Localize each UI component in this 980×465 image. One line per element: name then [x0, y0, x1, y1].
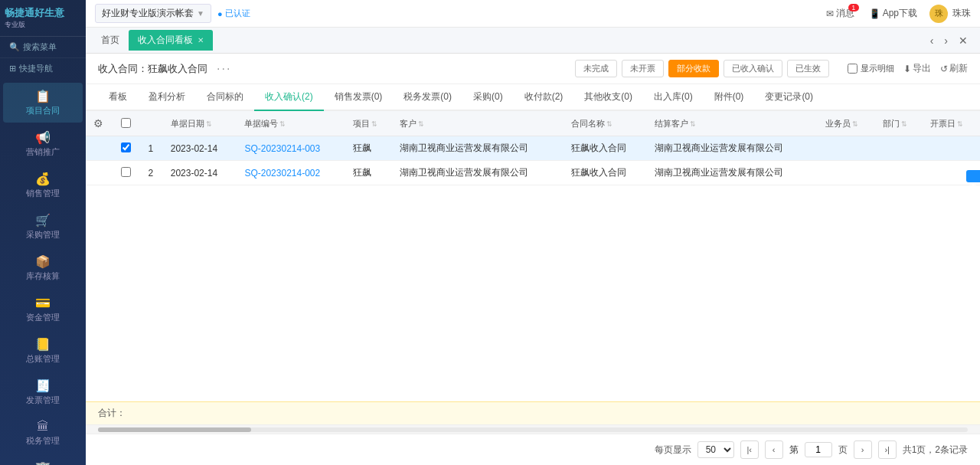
show-detail-checkbox[interactable]: [848, 64, 858, 74]
refresh-button[interactable]: ↺ 刷新: [940, 62, 968, 75]
next-page-button[interactable]: ›: [854, 440, 872, 459]
sidebar-item-sales[interactable]: 💰 销售管理: [3, 165, 83, 205]
td-result-customer-2: 湖南卫视商业运营发展有限公司: [647, 161, 818, 185]
sidebar-item-label: 销售管理: [26, 188, 60, 199]
status-not-invoiced-button[interactable]: 未开票: [622, 60, 664, 77]
prev-tab-button[interactable]: ‹: [927, 33, 937, 48]
doc-link-1[interactable]: SQ-20230214-003: [244, 143, 320, 154]
td-customer-1: 湖南卫视商业运营发展有限公司: [392, 136, 563, 161]
th-contract[interactable]: 合同名称⇅: [564, 111, 647, 136]
sidebar-item-inventory[interactable]: 📦 库存核算: [3, 248, 83, 288]
tab-tax-invoice[interactable]: 税务发票(0): [393, 84, 462, 111]
th-open-date[interactable]: 开票日⇅: [923, 111, 980, 136]
contract-board-tab[interactable]: 收入合同看板 ✕: [129, 30, 213, 51]
last-page-button[interactable]: ›|: [878, 440, 897, 459]
tab-contract-items[interactable]: 合同标的: [196, 84, 254, 111]
td-open-date-1: [923, 136, 980, 161]
logo-sub: 专业版: [5, 20, 81, 30]
message-button[interactable]: ✉ 1 消息: [824, 7, 854, 20]
sidebar-item-purchase[interactable]: 🛒 采购管理: [3, 207, 83, 247]
sidebar-item-marketing[interactable]: 📢 营销推广: [3, 124, 83, 164]
th-result-customer[interactable]: 结算客户⇅: [647, 111, 818, 136]
data-table: ⚙ 单据日期⇅ 单据编号⇅: [86, 111, 980, 185]
company-selector[interactable]: 好业财专业版演示帐套 ▼: [95, 4, 211, 23]
th-customer[interactable]: 客户⇅: [392, 111, 563, 136]
show-detail-checkbox-area[interactable]: 显示明细: [848, 63, 894, 74]
td-number-2[interactable]: SQ-20230214-002: [237, 161, 345, 185]
horizontal-scrollbar[interactable]: [86, 424, 980, 434]
status-effective-button[interactable]: 已生效: [787, 60, 829, 77]
note-side-button[interactable]: 备注: [966, 170, 980, 182]
row-checkbox-1[interactable]: [121, 142, 131, 152]
th-row-num: [139, 111, 163, 136]
app-download-button[interactable]: 📱 App下载: [867, 7, 917, 20]
page-total-label: 共1页，2条记录: [903, 444, 968, 457]
tab-change-log[interactable]: 变更记录(0): [754, 84, 824, 111]
user-menu[interactable]: 珠 珠珠: [929, 5, 971, 23]
td-number-1[interactable]: SQ-20230214-003: [237, 136, 345, 161]
prev-page-button[interactable]: ‹: [765, 440, 783, 459]
refresh-icon: ↺: [940, 64, 948, 74]
th-dept[interactable]: 部门⇅: [875, 111, 923, 136]
page-size-select[interactable]: 50: [697, 441, 734, 458]
app-download-label: App下载: [883, 7, 917, 20]
sidebar-item-funds[interactable]: 💳 资金管理: [3, 290, 83, 329]
topbar-left: 好业财专业版演示帐套 ▼ 已认证: [95, 4, 250, 23]
page-number-input[interactable]: [805, 442, 832, 457]
first-page-button[interactable]: |‹: [740, 440, 759, 459]
tab-sales-invoice[interactable]: 销售发票(0): [324, 84, 394, 111]
sidebar-item-invoice[interactable]: 🧾 发票管理: [3, 372, 83, 412]
search-icon: 🔍: [9, 42, 20, 52]
sidebar-item-assets[interactable]: 🏢 固定资产: [3, 454, 83, 465]
tab-in-out-storage[interactable]: 出入库(0): [643, 84, 704, 111]
chevron-down-icon: ▼: [197, 9, 204, 18]
settings-icon[interactable]: ⚙: [93, 117, 103, 129]
content-wrapper: 收入合同：狂飙收入合同 ··· 未完成 未开票 部分收款 已收入确认 已生效 显…: [86, 54, 980, 465]
search-menu-button[interactable]: 🔍 搜索菜单: [0, 37, 86, 58]
certified-badge: 已认证: [217, 8, 250, 19]
select-all-checkbox[interactable]: [121, 118, 131, 128]
scrollbar-track[interactable]: [98, 427, 968, 432]
scrollbar-thumb[interactable]: [98, 427, 251, 432]
th-number[interactable]: 单据编号⇅: [237, 111, 345, 136]
doc-link-2[interactable]: SQ-20230214-002: [244, 168, 320, 178]
table-area: ⚙ 单据日期⇅ 单据编号⇅: [86, 111, 980, 401]
td-settings-2: [86, 161, 113, 185]
close-tab-button[interactable]: ✕: [956, 33, 971, 48]
tab-payment[interactable]: 收付款(2): [514, 84, 574, 111]
close-tab-icon[interactable]: ✕: [198, 36, 204, 44]
home-tab[interactable]: 首页: [95, 31, 126, 50]
avatar: 珠: [929, 5, 948, 23]
status-partial-payment-button[interactable]: 部分收款: [668, 60, 719, 77]
tab-other-income[interactable]: 其他收支(0): [573, 84, 643, 111]
sidebar-item-label: 营销推广: [26, 146, 60, 158]
tab-profit[interactable]: 盈利分析: [138, 84, 196, 111]
sidebar-item-tax[interactable]: 🏛 税务管理: [3, 414, 83, 453]
tab-kanban[interactable]: 看板: [98, 84, 138, 111]
status-income-confirmed-button[interactable]: 已收入确认: [724, 60, 782, 77]
more-options-button[interactable]: ···: [217, 62, 231, 76]
td-checkbox-1[interactable]: [113, 136, 139, 161]
inventory-icon: 📦: [35, 254, 51, 269]
table-header-row: ⚙ 单据日期⇅ 单据编号⇅: [86, 111, 980, 136]
th-checkbox: [113, 111, 139, 136]
status-not-done-button[interactable]: 未完成: [575, 60, 617, 77]
invoice-icon: 🧾: [35, 378, 51, 393]
sidebar-item-general[interactable]: 📒 总账管理: [3, 331, 83, 371]
th-project[interactable]: 项目⇅: [345, 111, 393, 136]
quicknav-button[interactable]: ⊞ 快捷导航: [0, 58, 86, 79]
td-checkbox-2[interactable]: [113, 161, 139, 185]
tab-attachment[interactable]: 附件(0): [704, 84, 755, 111]
tab-purchase[interactable]: 采购(0): [462, 84, 514, 111]
th-date[interactable]: 单据日期⇅: [163, 111, 237, 136]
next-tab-button[interactable]: ›: [941, 33, 951, 48]
message-badge: 1: [848, 4, 859, 11]
table-row[interactable]: 1 2023-02-14 SQ-20230214-003 狂飙 湖南卫视商业运营…: [86, 136, 980, 161]
sidebar-item-project[interactable]: 📋 项目合同: [3, 83, 83, 123]
table-row[interactable]: 2 2023-02-14 SQ-20230214-002 狂飙 湖南卫视商业运营…: [86, 161, 980, 185]
sort-icon-salesperson: ⇅: [852, 120, 858, 128]
export-button[interactable]: ⬇ 导出: [903, 62, 931, 75]
tab-income-confirm[interactable]: 收入确认(2): [254, 84, 324, 111]
th-salesperson[interactable]: 业务员⇅: [818, 111, 875, 136]
row-checkbox-2[interactable]: [121, 167, 131, 177]
